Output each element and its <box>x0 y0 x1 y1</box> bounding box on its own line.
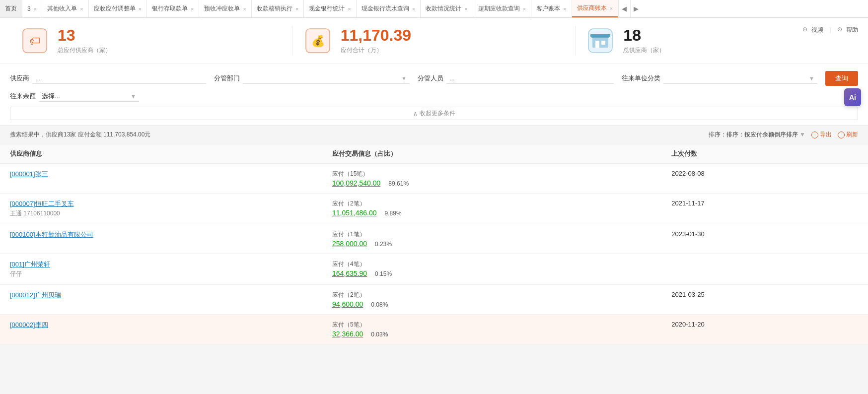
chevron-down-icon: ▼ <box>401 75 407 81</box>
svg-text:🏷: 🏷 <box>29 35 40 47</box>
table-row: [000100]本特勤油品有限公司 应付（1笔） 258,000.00 0.23… <box>0 224 868 254</box>
close-icon[interactable]: × <box>412 6 415 12</box>
filter-area: 供应商 分管部门 ▼ 分管人员 往来单位分类 ▼ 查询 往来余额 选择 <box>0 64 868 126</box>
payable-amount-link[interactable]: 32,366.00 <box>332 330 363 338</box>
balance-select-wrap[interactable]: 选择... ▼ <box>39 91 139 102</box>
nav-prev-arrow[interactable]: ◀ <box>618 0 630 17</box>
payable-total-num: 11,170.39 <box>341 27 411 44</box>
nav-tab-home[interactable]: 首页 <box>0 0 22 17</box>
supplier-info: [000012]广州贝瑞 <box>10 291 332 300</box>
nav-tab-bank[interactable]: 银行存取款单 × <box>147 0 199 17</box>
supplier-info: [000001]张三 <box>10 170 332 179</box>
nav-tab-collection[interactable]: 收款核销执行 × <box>252 0 304 17</box>
table-row: [001]广州荣轩 仔仔 应付（4笔） 164,635.90 0.15% <box>0 254 868 285</box>
payable-pct: 0.08% <box>371 301 388 308</box>
payable-info: 应付（2笔） 11,051,486.00 9.89% <box>332 199 671 217</box>
payable-count: 应付（4笔） <box>332 260 671 268</box>
help-link[interactable]: 帮助 <box>846 26 858 34</box>
close-icon[interactable]: × <box>80 6 83 12</box>
nav-tab-other-income[interactable]: 其他收入单 × <box>42 0 88 17</box>
nav-tab-customer-ledger[interactable]: 客户账本 × <box>531 0 572 17</box>
payable-amount-link[interactable]: 258,000.00 <box>332 240 367 248</box>
close-icon[interactable]: × <box>610 5 613 11</box>
total-suppliers-label: 总供应商（家） <box>623 46 665 55</box>
close-icon[interactable]: × <box>295 6 298 12</box>
chevron-up-icon: ∧ <box>413 110 418 117</box>
payable-amount-link[interactable]: 100,092,540.00 <box>332 179 380 187</box>
payable-pct: 9.89% <box>385 210 402 217</box>
nav-tab-supplier-ledger[interactable]: 供应商账本 × <box>572 0 618 17</box>
payable-count: 应付（1笔） <box>332 230 671 239</box>
filter-supplier: 供应商 <box>10 73 206 84</box>
ai-button[interactable]: Ai <box>844 88 861 106</box>
close-icon[interactable]: × <box>464 6 467 12</box>
payable-pct: 89.61% <box>388 180 409 187</box>
close-icon[interactable]: × <box>243 6 246 12</box>
unit-class-select[interactable] <box>666 74 807 82</box>
balance-label: 往来余额 <box>10 92 36 101</box>
filter-row-2: 往来余额 选择... ▼ <box>10 91 858 102</box>
close-icon[interactable]: × <box>34 6 37 12</box>
sort-label: 排序：排序：按应付余额倒序排序 ▼ <box>709 131 805 139</box>
refresh-button[interactable]: 刷新 <box>838 131 858 139</box>
payable-pct: 0.03% <box>371 331 388 338</box>
export-button[interactable]: 导出 <box>811 131 832 139</box>
supplier-info: [001]广州荣轩 仔仔 <box>10 260 332 278</box>
summary-text-payable-total: 11,170.39 应付合计（万） <box>341 27 411 55</box>
filter-dept: 分管部门 ▼ <box>214 73 410 84</box>
supplier-info: [000002]李四 <box>10 321 332 329</box>
payable-pct: 0.23% <box>375 241 392 248</box>
svg-rect-9 <box>590 34 610 37</box>
filter-person: 分管人员 <box>418 73 614 84</box>
close-icon[interactable]: × <box>523 6 526 12</box>
table-row: [000001]张三 应付（15笔） 100,092,540.00 89.61%… <box>0 164 868 194</box>
video-link[interactable]: 视频 <box>811 26 823 34</box>
supplier-link[interactable]: [000007]恒旺二手叉车 <box>10 200 74 207</box>
supplier-info: [000007]恒旺二手叉车 王通 17106110000 <box>10 199 332 218</box>
filter-unit-class: 往来单位分类 ▼ <box>622 73 818 84</box>
nav-tab-3[interactable]: 3 × <box>22 0 42 17</box>
payable-info: 应付（15笔） 100,092,540.00 89.61% <box>332 170 671 187</box>
nav-tab-cash-stat[interactable]: 现金银行统计 × <box>304 0 356 17</box>
person-input[interactable] <box>446 73 614 84</box>
unit-class-select-wrap[interactable]: ▼ <box>663 73 818 84</box>
supplier-link[interactable]: [000012]广州贝瑞 <box>10 291 61 299</box>
payable-amount-link[interactable]: 164,635.90 <box>332 269 367 277</box>
supplier-link[interactable]: [000001]张三 <box>10 170 48 178</box>
payable-pct: 0.15% <box>375 270 392 277</box>
payable-info: 应付（5笔） 32,366.00 0.03% <box>332 321 671 338</box>
close-icon[interactable]: × <box>191 6 194 12</box>
summary-item-payable-total: 💰 11,170.39 应付合计（万） <box>292 26 576 56</box>
supplier-sub: 王通 17106110000 <box>10 209 332 218</box>
payable-count: 应付（5笔） <box>332 321 671 329</box>
supplier-link[interactable]: [000100]本特勤油品有限公司 <box>10 231 93 238</box>
nav-tab-overdue[interactable]: 超期应收款查询 × <box>473 0 531 17</box>
close-icon[interactable]: × <box>563 6 566 12</box>
refresh-icon <box>838 131 845 138</box>
payable-amount-link[interactable]: 11,051,486.00 <box>332 209 377 217</box>
collapse-button[interactable]: ∧ 收起更多条件 <box>10 107 858 120</box>
close-icon[interactable]: × <box>348 6 351 12</box>
nav-tab-adjust[interactable]: 应收应付调整单 × <box>89 0 147 17</box>
supplier-link[interactable]: [000002]李四 <box>10 321 48 328</box>
close-icon[interactable]: × <box>139 6 142 12</box>
sort-chevron-icon: ▼ <box>799 131 805 138</box>
payable-amount-link[interactable]: 94,600.00 <box>332 300 363 308</box>
nav-tab-prepay[interactable]: 预收冲应收单 × <box>199 0 251 17</box>
dept-select-wrap[interactable]: ▼ <box>243 73 410 84</box>
nav-tab-collection-stat[interactable]: 收款情况统计 × <box>421 0 473 17</box>
nav-next-arrow[interactable]: ▶ <box>630 0 642 17</box>
query-button[interactable]: 查询 <box>825 71 858 86</box>
supplier-input[interactable] <box>32 73 206 84</box>
balance-select[interactable]: 选择... <box>42 92 129 100</box>
supplier-sub: 仔仔 <box>10 270 332 278</box>
supplier-link[interactable]: [001]广州荣轩 <box>10 261 50 268</box>
supplier-info: [000100]本特勤油品有限公司 <box>10 230 332 239</box>
svg-text:💰: 💰 <box>311 34 325 48</box>
dept-select[interactable] <box>246 74 400 82</box>
dept-label: 分管部门 <box>214 74 240 83</box>
header-supplier: 供应商信息 <box>10 149 332 158</box>
table-area: 供应商信息 应付交易信息（占比） 上次付数 [000001]张三 应付（15笔）… <box>0 144 868 344</box>
nav-tab-cash-flow[interactable]: 现金银行流水查询 × <box>357 0 421 17</box>
result-bar: 搜索结果中，供应商13家 应付金额 111,703,854.00元 排序：排序：… <box>0 126 868 144</box>
